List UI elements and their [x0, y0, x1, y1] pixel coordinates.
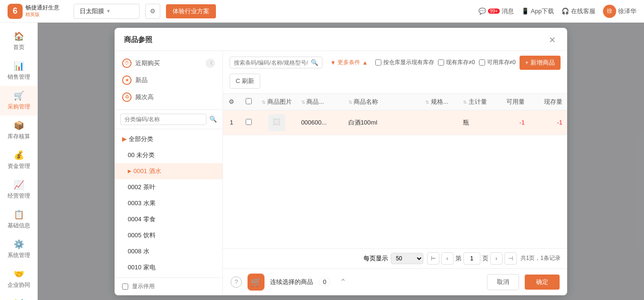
nav-actions: ⚙ 体验行业方案	[145, 4, 216, 19]
show-disabled-checkbox[interactable]	[122, 283, 128, 290]
modal-overlay: 商品参照 ✕ ⏱ 近期购买 《 ★ 新品 ♻	[38, 23, 644, 300]
col-avail-label: 可用量	[506, 98, 525, 105]
settings-icon[interactable]: ⚙	[145, 4, 160, 19]
category-0001[interactable]: ▶ 0001 酒水	[115, 163, 223, 179]
customer-service-button[interactable]: 🎧 在线客服	[561, 7, 595, 16]
category-0002[interactable]: 0002 茶叶	[115, 179, 223, 195]
last-page-button[interactable]: ⊣	[504, 252, 517, 265]
sidebar-item-finance[interactable]: 💰 资金管理	[0, 145, 37, 175]
sidebar-label-inventory: 库存核算	[8, 133, 30, 141]
checkbox-warehouse-filter[interactable]: 按仓库显示现有库存	[375, 58, 434, 67]
confirm-button[interactable]: 确定	[525, 275, 560, 290]
first-page-button[interactable]: ⊢	[427, 252, 439, 265]
col-spec: ⇅ 规格...	[421, 94, 458, 110]
messages-label: 消息	[502, 7, 514, 16]
filter-label: 更多条件	[338, 58, 360, 67]
cart-button[interactable]: 🛒	[248, 274, 264, 291]
avatar: 徐	[603, 5, 616, 18]
warehouse-checkbox[interactable]	[375, 59, 381, 66]
category-00[interactable]: 00 未分类	[115, 147, 223, 163]
collapse-footer-icon[interactable]: ⌃	[336, 275, 349, 289]
sidebar-item-basic-info[interactable]: 📋 基础信息	[0, 205, 37, 234]
row-num: 1	[223, 110, 240, 135]
all-arrow-icon: ▶	[122, 135, 127, 142]
available-nonzero-checkbox[interactable]	[479, 59, 485, 66]
col-available: 可用量	[492, 94, 529, 110]
home-icon: 🏠	[14, 31, 24, 42]
img-sort-icon: ⇅	[262, 100, 265, 105]
stock-nonzero-checkbox[interactable]	[438, 59, 444, 66]
row-spec-cell	[421, 110, 458, 135]
quick-link-frequent[interactable]: ♻ 频次高	[115, 89, 223, 106]
app-download-button[interactable]: 📱 App下载	[521, 7, 554, 16]
available-nonzero-label: 可用库存≠0	[487, 58, 516, 67]
close-button[interactable]: ✕	[546, 34, 558, 46]
sidebar-item-home[interactable]: 🏠 首页	[0, 26, 37, 56]
sidebar-item-sales[interactable]: 📊 销售管理	[0, 56, 37, 86]
settings-col-icon[interactable]: ⚙	[229, 98, 234, 105]
table-row[interactable]: 1 🖼	[223, 110, 567, 135]
category-0008[interactable]: 0008 水	[115, 243, 223, 259]
logo-icon: 6	[8, 4, 23, 19]
col-checkbox	[240, 94, 257, 110]
sidebar-item-guide[interactable]: 🔰 新手引导	[0, 294, 37, 300]
category-search-input[interactable]	[120, 114, 206, 125]
next-page-button[interactable]: ›	[490, 252, 503, 265]
headphone-icon: 🎧	[561, 8, 569, 15]
sidebar-label-finance: 资金管理	[8, 162, 30, 170]
user-profile[interactable]: 徐 徐泽华	[603, 5, 636, 18]
messages-button[interactable]: 💬 99 消息	[479, 7, 514, 16]
col-stock: 现存量	[529, 94, 567, 110]
row-avail: -1	[519, 119, 525, 126]
help-button[interactable]: ?	[231, 276, 242, 288]
product-search-icon[interactable]: 🔍	[311, 59, 318, 66]
prev-page-button[interactable]: ‹	[441, 252, 454, 265]
col-code: ⇅ 商品...	[297, 94, 344, 110]
select-all-checkbox[interactable]	[246, 98, 252, 104]
company-selector[interactable]: 日太阳膜 ▼	[74, 4, 140, 19]
cat-0005-label: 0005 饮料	[128, 231, 156, 240]
category-0005[interactable]: 0005 饮料	[115, 227, 223, 243]
experience-button[interactable]: 体验行业方案	[166, 4, 216, 18]
new-label: 新品	[135, 76, 148, 84]
row-image-cell: 🖼	[257, 110, 297, 135]
category-0010[interactable]: 0010 家电	[115, 259, 223, 275]
cancel-button[interactable]: 取消	[487, 274, 519, 290]
per-page-select[interactable]: 50 100	[391, 253, 423, 264]
row-name-cell: 白酒100ml	[344, 110, 421, 135]
sidebar-item-operations[interactable]: 📈 经营管理	[0, 175, 37, 205]
category-0004[interactable]: 0004 零食	[115, 211, 223, 227]
cat-0001-label: 0001 酒水	[133, 167, 161, 175]
row-checkbox-cell	[240, 110, 257, 135]
quick-link-new[interactable]: ★ 新品	[115, 72, 223, 89]
per-page-area: 每页显示 50 100	[363, 253, 423, 264]
collapse-left-icon[interactable]: 《	[206, 58, 215, 68]
sidebar-item-purchase[interactable]: 🛒 采购管理	[0, 86, 37, 116]
row-stock: -1	[557, 119, 562, 126]
sidebar-item-system[interactable]: ⚙️ 系统管理	[0, 234, 37, 264]
product-search-box: 🔍	[230, 57, 322, 68]
col-name-label: 商品名称	[354, 98, 378, 105]
refresh-button[interactable]: C 刷新	[230, 74, 260, 89]
sidebar-item-cooperation[interactable]: 🤝 企业协同	[0, 264, 37, 294]
add-product-button[interactable]: + 新增商品	[520, 56, 561, 70]
filter-arrow-icon: ▲	[362, 59, 368, 66]
category-0003[interactable]: 0003 水果	[115, 195, 223, 211]
product-search-input[interactable]	[234, 59, 308, 66]
category-all[interactable]: ▶ 全部分类	[115, 131, 223, 147]
selected-count: 0	[319, 278, 330, 286]
filter-button[interactable]: ▼ 更多条件 ▲	[326, 57, 372, 68]
name-sort-icon: ⇅	[348, 100, 352, 105]
product-image: 🖼	[268, 114, 285, 131]
recent-icon: ⏱	[122, 58, 132, 68]
category-search-icon[interactable]: 🔍	[209, 116, 217, 123]
logo-text: 畅捷通好生意	[25, 4, 59, 12]
checkbox-stock-nonzero[interactable]: 现有库存≠0	[438, 58, 475, 67]
col-unit: ⇅ 主计量	[458, 94, 492, 110]
sidebar-item-inventory[interactable]: 📦 库存核算	[0, 116, 37, 145]
page-input[interactable]	[463, 252, 480, 265]
stock-nonzero-label: 现有库存≠0	[446, 58, 475, 67]
quick-link-recent[interactable]: ⏱ 近期购买 《	[115, 55, 223, 72]
checkbox-available-nonzero[interactable]: 可用库存≠0	[479, 58, 516, 67]
row-checkbox[interactable]	[246, 119, 252, 125]
